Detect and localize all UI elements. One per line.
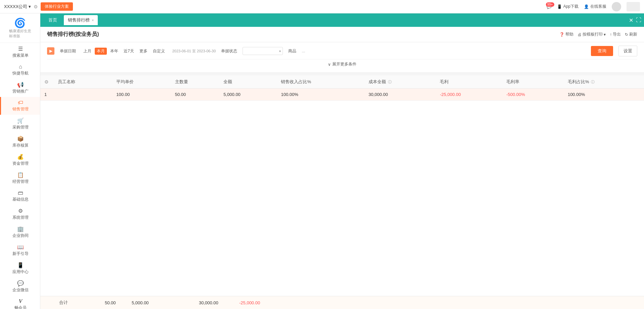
column-settings-icon[interactable]: ⚙: [44, 79, 49, 85]
user-name-display: [627, 2, 640, 11]
refresh-label: 刷新: [629, 32, 637, 37]
tab-home[interactable]: 首页: [43, 15, 62, 25]
main-area: 首页 销售排行榜 × ✕ ⛶ 销售排行榜(按业务员) ❓ 帮助: [40, 13, 644, 309]
status-select[interactable]: [243, 47, 283, 55]
service-icon: 👤: [584, 4, 589, 9]
sidebar-item-operations[interactable]: 📋 经营管理: [0, 169, 40, 187]
quick-nav-icon: ⌂: [19, 64, 22, 70]
date-tab-this-month[interactable]: 本月: [95, 48, 107, 55]
operations-icon: 📋: [17, 172, 24, 178]
footer-total-label: 合计: [44, 300, 71, 306]
tab-window-close-icon[interactable]: ✕: [629, 17, 633, 23]
sidebar-item-guide[interactable]: 📖 新手引导: [0, 241, 40, 259]
sidebar-item-system[interactable]: ⚙ 系统管理: [0, 205, 40, 223]
company-dropdown-icon: ▾: [29, 4, 31, 9]
cell-cost: 30,000.00: [364, 89, 436, 101]
filter-expand-arrow[interactable]: ▶: [47, 47, 54, 55]
refresh-btn[interactable]: ↻ 刷新: [625, 32, 637, 37]
cell-employee: [54, 89, 112, 101]
sidebar: 🌀 畅康通好生意 标准版 ☰ 搜索菜单 ⌂ 快捷导航 📢 营销推广 🏷 销售管理…: [0, 13, 40, 309]
footer-quantity: 50.00: [105, 300, 132, 305]
content-area: 销售排行榜(按业务员) ❓ 帮助 🖨 按模板打印 ▾ ↑ 导出: [40, 27, 644, 309]
sidebar-item-marketing[interactable]: 📢 营销推广: [0, 79, 40, 97]
col-employee-header: 员工名称: [54, 75, 112, 89]
app-download-link[interactable]: 📱 App下载: [557, 4, 578, 9]
help-link[interactable]: ❓ 帮助: [559, 32, 573, 37]
query-button[interactable]: 查询: [591, 46, 613, 56]
tab-close-icon[interactable]: ×: [92, 18, 94, 22]
logo-text: 畅康通好生意 标准版: [9, 29, 31, 39]
cell-rank: 1: [40, 89, 54, 101]
sidebar-item-inventory[interactable]: 📦 库存核算: [0, 133, 40, 151]
gross-pct-info-icon[interactable]: ⓘ: [591, 80, 595, 84]
help-label: 帮助: [565, 32, 573, 37]
sidebar-item-apps[interactable]: 📱 应用中心: [0, 259, 40, 277]
date-label: 单据日期: [60, 48, 76, 54]
logo-icon: 🌀: [14, 17, 26, 29]
settings-button[interactable]: 设置: [618, 46, 637, 56]
col-sales-pct-header: 销售收入占比%: [277, 75, 364, 89]
company-selector[interactable]: XXXXX公司 ▾: [4, 4, 31, 10]
online-service-link[interactable]: 👤 在线客服: [584, 4, 606, 9]
expand-conditions-btn[interactable]: ∨ 展开更多条件: [328, 61, 356, 67]
sidebar-label-purchase: 采购管理: [12, 124, 29, 130]
cell-amount: 5,000.00: [219, 89, 277, 101]
sidebar-logo: 🌀 畅康通好生意 标准版: [0, 13, 40, 43]
goods-more-link[interactable]: ...: [302, 49, 305, 53]
sidebar-item-base-info[interactable]: 🗃 基础信息: [0, 187, 40, 205]
sidebar-label-marketing: 营销推广: [12, 89, 29, 94]
refresh-icon: ↻: [625, 32, 628, 37]
sidebar-label-guide: 新手引导: [12, 251, 29, 257]
sidebar-item-search-order[interactable]: ☰ 搜索菜单: [0, 43, 40, 61]
sidebar-item-purchase[interactable]: 🛒 采购管理: [0, 115, 40, 133]
sidebar-item-sales[interactable]: 🏷 销售管理: [0, 97, 40, 115]
export-btn[interactable]: ↑ 导出: [610, 32, 621, 37]
col-amount-header: 全额: [219, 75, 277, 89]
date-tab-last-month[interactable]: 上月: [81, 48, 93, 55]
table-header: ⚙ 员工名称 平均单价 主数量: [40, 75, 644, 89]
date-tab-7days[interactable]: 近7天: [122, 48, 136, 55]
goods-label: 商品: [288, 48, 296, 54]
date-tab-more[interactable]: 更多: [137, 48, 149, 55]
sidebar-label-inventory: 库存核算: [12, 143, 29, 148]
print-dropdown-icon: ▾: [604, 32, 606, 37]
footer-amount: 5,000.00: [132, 300, 165, 305]
message-icon[interactable]: 💬 99+: [547, 4, 552, 9]
trial-button[interactable]: 体验行业方案: [41, 2, 73, 11]
tab-bar: 首页 销售排行榜 × ✕ ⛶: [40, 13, 644, 27]
system-icon: ⚙: [18, 208, 23, 214]
cell-quantity: 50.00: [171, 89, 220, 101]
header-settings-icon[interactable]: ⚙: [34, 4, 38, 9]
sidebar-item-enterprise[interactable]: 🏢 企业协同: [0, 223, 40, 241]
header-right: 💬 99+ 📱 App下载 👤 在线客服: [547, 2, 640, 11]
sidebar-item-finance[interactable]: 💰 资金管理: [0, 151, 40, 169]
date-tab-this-year[interactable]: 本年: [108, 48, 120, 55]
sidebar-item-member[interactable]: V 畅会员: [0, 296, 40, 309]
date-tab-custom[interactable]: 自定义: [151, 48, 167, 55]
sidebar-item-wechat[interactable]: 💬 企业微信: [0, 277, 40, 296]
message-badge: 99+: [546, 2, 554, 7]
user-avatar[interactable]: [612, 2, 621, 11]
col-gross-pct-header: 毛利占比% ⓘ: [564, 75, 644, 89]
sidebar-label-member: 畅会员: [14, 305, 27, 309]
export-icon: ↑: [610, 32, 612, 37]
template-print-btn[interactable]: 🖨 按模板打印 ▾: [577, 32, 606, 37]
app-download-label: App下载: [563, 4, 578, 9]
apps-icon: 📱: [17, 262, 24, 268]
tab-sales-ranking[interactable]: 销售排行榜 ×: [64, 15, 98, 25]
footer-cost: 30,000.00: [199, 300, 239, 305]
footer-sales-pct: [165, 300, 199, 305]
cost-info-icon[interactable]: ⓘ: [388, 80, 392, 84]
sidebar-item-quick-nav[interactable]: ⌂ 快捷导航: [0, 61, 40, 79]
sidebar-label-finance: 资金管理: [12, 161, 29, 166]
table-row: 1 100.00 50.00: [40, 89, 644, 101]
date-range-display: 2023-06-01 至 2023-06-30: [172, 49, 216, 54]
enterprise-icon: 🏢: [17, 226, 24, 232]
tab-expand-icon[interactable]: ⛶: [636, 17, 641, 23]
header-row: ⚙ 员工名称 平均单价 主数量: [40, 75, 644, 89]
sidebar-label-apps: 应用中心: [12, 269, 29, 275]
cell-avg-price: 100.00: [112, 89, 171, 101]
sidebar-label-system: 系统管理: [12, 215, 29, 220]
help-icon: ❓: [559, 32, 564, 37]
purchase-icon: 🛒: [17, 117, 24, 124]
